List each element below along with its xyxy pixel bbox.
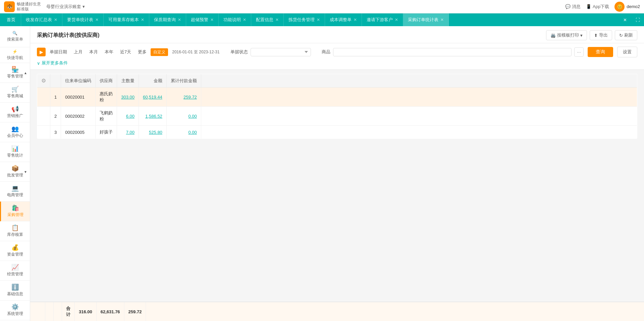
- footer-settings-cell: [37, 302, 45, 321]
- tab-close-icon[interactable]: ✕: [141, 17, 144, 22]
- row-supplier-3: 好孩子: [96, 126, 117, 139]
- app-download-action[interactable]: 📱 App下载: [586, 4, 609, 10]
- date-filter-label: 单据日期: [50, 49, 67, 55]
- sidebar-item-marketing[interactable]: 📢 营销推广: [0, 103, 30, 122]
- tab-invite-downstream[interactable]: 邀请下游客户 ✕: [362, 13, 403, 26]
- this-month-button[interactable]: 本月: [87, 48, 101, 56]
- col-supplier: 供应商: [96, 74, 117, 88]
- search-icon: 🔍: [12, 31, 17, 36]
- tab-home[interactable]: 首页: [1, 13, 21, 26]
- settings-button[interactable]: 设置: [617, 47, 637, 57]
- chevron-down-icon: ▼: [24, 170, 27, 174]
- sidebar-item-member-center[interactable]: 👥 会员中心: [0, 122, 30, 142]
- tab-usable-stock[interactable]: 可用量库存账本 ✕: [104, 13, 149, 26]
- sidebar-item-purchase[interactable]: 🛍️ 采购管理: [0, 202, 30, 221]
- page-actions: 🖨️ 按模板打印 ▾ ⬆ 导出 ↻ 刷新: [546, 30, 637, 40]
- tab-close-icon[interactable]: ✕: [354, 17, 357, 22]
- sidebar-item-stock-accounting[interactable]: 📋 库存核算: [0, 221, 30, 241]
- last-7-days-button[interactable]: 近7天: [117, 48, 134, 56]
- operations-icon: 📈: [11, 264, 19, 270]
- wholesale-icon: 📦: [11, 165, 19, 171]
- expand-more-button[interactable]: ∨ 展开更多条件: [37, 60, 637, 66]
- last-month-button[interactable]: 上月: [71, 48, 85, 56]
- tab-close-icon[interactable]: ✕: [178, 17, 181, 22]
- sidebar-item-ecommerce[interactable]: 💻 电商管理: [0, 182, 30, 202]
- maximize-button[interactable]: ⛶: [631, 13, 644, 26]
- row-paid-3: 0.00: [166, 126, 201, 139]
- stock-accounting-icon: 📋: [11, 225, 19, 231]
- content-area: 采购订单统计表(按供应商) 🖨️ 按模板打印 ▾ ⬆ 导出 ↻ 刷新: [30, 26, 644, 321]
- col-amount: 金额: [139, 74, 167, 88]
- close-all-tabs-button[interactable]: ✕: [619, 13, 631, 26]
- top-bar-left: 🐯 畅捷通好生意 标准版 母婴行业演示账套 ▾: [4, 1, 88, 12]
- quick-nav-button[interactable]: ⚡ 快捷导航: [0, 47, 30, 63]
- export-icon: ⬆: [594, 33, 598, 38]
- filter-toggle-button[interactable]: ▶: [37, 48, 46, 56]
- table-area: ⚙ 往来单位编码 供应商 主数量 金额 累计付款金额 1: [30, 70, 644, 302]
- message-action[interactable]: 💬 消息: [565, 4, 581, 10]
- row-extra-2: [201, 107, 637, 126]
- data-table: ⚙ 往来单位编码 供应商 主数量 金额 累计付款金额 1: [37, 74, 637, 139]
- tab-close-icon[interactable]: ✕: [317, 17, 320, 22]
- tab-overstock-warning[interactable]: 超储预警 ✕: [186, 13, 219, 26]
- col-index: [50, 74, 61, 88]
- goods-input[interactable]: [333, 48, 572, 56]
- tab-collection-summary[interactable]: 收发存汇总表 ✕: [21, 13, 62, 26]
- custom-date-button[interactable]: 自定义: [151, 48, 168, 56]
- query-button[interactable]: 查询: [588, 47, 613, 57]
- sidebar-item-retail-stats[interactable]: 📊 零售统计: [0, 142, 30, 162]
- sidebar-item-wholesale[interactable]: 📦 批发管理 ▼: [0, 162, 30, 182]
- user-name[interactable]: demo2: [627, 4, 640, 9]
- tab-pick-task[interactable]: 拣货任务管理 ✕: [284, 13, 325, 26]
- tab-order-stats[interactable]: 要货单统计表 ✕: [62, 13, 104, 26]
- col-code: 往来单位编码: [61, 74, 96, 88]
- workspace-selector[interactable]: 母婴行业演示账套 ▾: [44, 2, 88, 11]
- tab-function-desc[interactable]: 功能说明 ✕: [219, 13, 251, 26]
- refresh-button[interactable]: ↻ 刷新: [615, 30, 637, 40]
- tab-cost-adjust[interactable]: 成本调整单 ✕: [325, 13, 362, 26]
- row-index-2: 2: [50, 107, 61, 126]
- tab-purchase-order-stats[interactable]: 采购订单统计表 ✕: [403, 13, 449, 26]
- table-row: 3 00020005 好孩子 7.00 525.80 0.00: [37, 126, 637, 139]
- filter-row-1: ▶ 单据日期 上月 本月 本年 近7天 更多 自定义 2016-01-01 至 …: [37, 47, 637, 57]
- tab-expiry-query[interactable]: 保质期查询 ✕: [149, 13, 186, 26]
- tab-close-icon[interactable]: ✕: [395, 17, 398, 22]
- user-area[interactable]: 😊 demo2: [614, 2, 640, 12]
- sidebar-item-retail-management[interactable]: 🏪 零售管理 ▲: [0, 63, 30, 83]
- retail-mall-icon: 🛒: [11, 86, 19, 92]
- footer-index-cell: [45, 302, 54, 321]
- goods-more-button[interactable]: ···: [574, 47, 584, 57]
- sidebar-item-retail-mall[interactable]: 🛒 零售商城: [0, 83, 30, 103]
- sidebar-item-system[interactable]: ⚙️ 系统管理: [0, 301, 30, 320]
- footer-code-cell: [54, 302, 62, 321]
- tab-close-icon[interactable]: ✕: [95, 17, 99, 22]
- sidebar-item-finance[interactable]: 💰 资金管理: [0, 241, 30, 261]
- this-year-button[interactable]: 本年: [102, 48, 116, 56]
- col-quantity: 主数量: [117, 74, 139, 88]
- tab-close-icon[interactable]: ✕: [275, 17, 279, 22]
- tab-config-info[interactable]: 配置信息 ✕: [251, 13, 284, 26]
- search-menu-button[interactable]: 🔍 搜索菜单: [2, 29, 28, 44]
- footer-amount: 62,631.76: [96, 302, 124, 321]
- row-quantity-3: 7.00: [117, 126, 139, 139]
- tab-close-icon[interactable]: ✕: [440, 17, 444, 22]
- tab-close-icon[interactable]: ✕: [243, 17, 246, 22]
- sidebar-item-basic-info[interactable]: ℹ️ 基础信息: [0, 281, 30, 301]
- status-select[interactable]: [251, 48, 311, 56]
- ecommerce-icon: 💻: [11, 185, 19, 191]
- print-button[interactable]: 🖨️ 按模板打印 ▾: [546, 30, 587, 40]
- sidebar-item-operations[interactable]: 📈 经营管理: [0, 261, 30, 281]
- row-quantity-1: 303.00: [117, 88, 139, 107]
- retail-stats-icon: 📊: [11, 146, 19, 152]
- tab-close-icon[interactable]: ✕: [210, 17, 214, 22]
- avatar[interactable]: 😊: [614, 2, 625, 12]
- page-header-top: 采购订单统计表(按供应商) 🖨️ 按模板打印 ▾ ⬆ 导出 ↻ 刷新: [37, 30, 637, 40]
- export-button[interactable]: ⬆ 导出: [590, 30, 612, 40]
- logo-text: 畅捷通好生意 标准版: [17, 2, 41, 11]
- row-paid-2: 0.00: [166, 107, 201, 126]
- more-dates-button[interactable]: 更多: [135, 48, 149, 56]
- table-footer: 合计 316.00 62,631.76 259.72: [30, 302, 644, 321]
- column-settings-icon[interactable]: ⚙: [41, 78, 46, 84]
- tab-close-icon[interactable]: ✕: [54, 17, 57, 22]
- basic-info-icon: ℹ️: [11, 284, 19, 290]
